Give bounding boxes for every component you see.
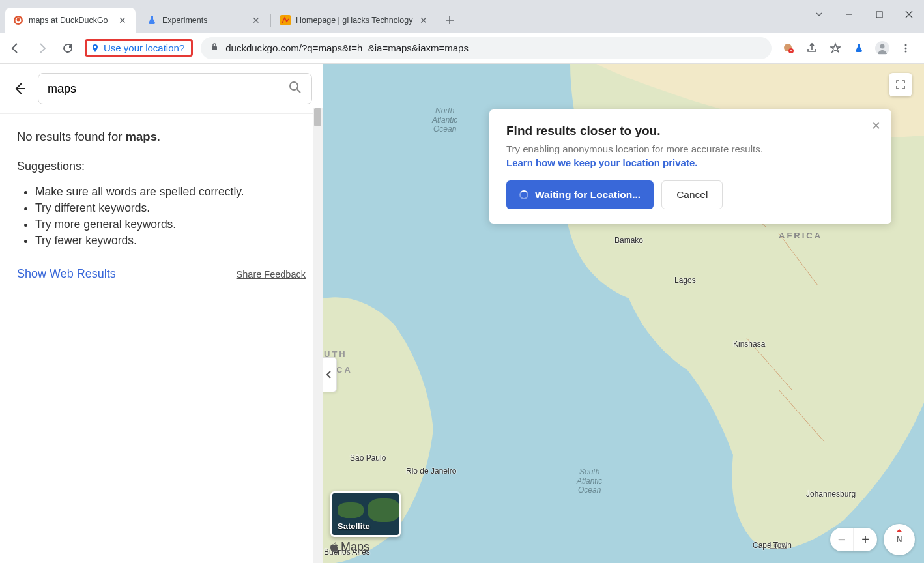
zoom-controls: − +	[830, 528, 877, 551]
address-bar[interactable]: duckduckgo.com/?q=maps&t=h_&ia=maps&iaxm…	[201, 37, 772, 59]
share-icon[interactable]	[803, 39, 821, 57]
bookmark-star-icon[interactable]	[826, 39, 845, 57]
close-icon[interactable]: ✕	[871, 119, 881, 133]
close-window-button[interactable]	[894, 4, 924, 25]
location-pin-icon	[91, 44, 100, 53]
tab-title: Homepage | gHacks Technology	[296, 16, 413, 25]
forward-button[interactable]	[30, 36, 53, 60]
location-dialog: ✕ Find results closer to you. Try enabli…	[489, 109, 891, 224]
sidebar-scrollbar[interactable]	[313, 108, 323, 563]
svg-point-2	[17, 18, 20, 22]
zoom-out-button[interactable]: −	[830, 528, 854, 551]
toolbar-actions	[774, 39, 920, 57]
fullscreen-button[interactable]	[889, 73, 912, 96]
suggestion-item: Try more general keywords.	[35, 218, 306, 231]
zoom-in-button[interactable]: +	[854, 528, 877, 551]
search-icon[interactable]	[288, 80, 302, 97]
satellite-label: Satellite	[338, 521, 370, 531]
compass-button[interactable]: N	[884, 524, 915, 555]
flask-icon	[147, 15, 157, 25]
lock-icon	[210, 42, 219, 54]
chevron-down-icon[interactable]	[804, 4, 834, 25]
new-tab-button[interactable]	[440, 11, 459, 29]
svg-point-5	[94, 46, 96, 48]
results-back-button[interactable]	[10, 79, 29, 98]
duckduckgo-icon	[13, 15, 23, 25]
close-icon[interactable]: ✕	[251, 15, 261, 25]
maximize-button[interactable]	[864, 4, 894, 25]
tab-title: maps at DuckDuckGo	[29, 16, 112, 25]
dialog-learn-more-link[interactable]: Learn how we keep your location private.	[506, 157, 697, 168]
tab-ghacks[interactable]: Homepage | gHacks Technology ✕	[272, 8, 437, 33]
scrollbar-thumb[interactable]	[314, 108, 321, 126]
svg-point-13	[905, 50, 907, 52]
ghacks-icon	[280, 15, 291, 25]
close-icon[interactable]: ✕	[117, 15, 128, 25]
cookie-blocked-icon[interactable]	[779, 39, 798, 57]
apple-icon	[329, 541, 339, 553]
close-icon[interactable]: ✕	[418, 15, 429, 25]
tab-maps[interactable]: maps at DuckDuckGo ✕	[5, 8, 136, 33]
dialog-title: Find results closer to you.	[506, 124, 874, 138]
use-location-label: Use your location?	[104, 42, 184, 53]
svg-point-14	[290, 82, 298, 90]
results-actions: Show Web Results Share Feedback	[17, 267, 306, 281]
suggestion-item: Try different keywords.	[35, 201, 306, 215]
use-location-prompt[interactable]: Use your location?	[85, 39, 193, 57]
suggestions-list: Make sure all words are spelled correctl…	[17, 185, 306, 248]
results-sidebar: No results found for maps. Suggestions: …	[0, 64, 323, 563]
apple-maps-attribution: Maps	[329, 540, 369, 554]
no-results-text: No results found for maps.	[17, 130, 306, 144]
window-controls	[804, 4, 924, 25]
suggestions-heading: Suggestions:	[17, 160, 306, 173]
menu-icon[interactable]	[897, 39, 915, 57]
legal-link[interactable]: Legal	[770, 541, 787, 549]
tab-separator	[270, 14, 271, 27]
show-web-results-link[interactable]: Show Web Results	[17, 267, 116, 281]
svg-point-12	[905, 47, 907, 49]
collapse-sidebar-button[interactable]	[323, 357, 337, 392]
svg-rect-6	[212, 46, 217, 50]
search-input[interactable]	[48, 82, 288, 96]
map-canvas[interactable]: North Atlantic Ocean South Atlantic Ocea…	[323, 64, 924, 563]
search-row	[0, 64, 323, 114]
svg-point-10	[880, 44, 885, 48]
suggestion-item: Try fewer keywords.	[35, 234, 306, 248]
tab-separator	[137, 14, 137, 27]
back-button[interactable]	[4, 36, 27, 60]
reload-button[interactable]	[56, 36, 79, 60]
tab-experiments[interactable]: Experiments ✕	[139, 8, 269, 33]
results-panel: No results found for maps. Suggestions: …	[0, 114, 323, 296]
page-content: No results found for maps. Suggestions: …	[0, 64, 924, 563]
url-text: duckduckgo.com/?q=maps&t=h_&ia=maps&iaxm…	[225, 42, 469, 53]
svg-point-11	[905, 44, 907, 46]
svg-rect-4	[876, 12, 882, 18]
svg-rect-3	[280, 15, 291, 25]
cancel-button[interactable]: Cancel	[661, 180, 723, 209]
minimize-button[interactable]	[834, 4, 864, 25]
spinner-icon	[519, 190, 528, 199]
share-feedback-link[interactable]: Share Feedback	[237, 269, 306, 280]
extensions-flask-icon[interactable]	[850, 39, 868, 57]
suggestion-item: Make sure all words are spelled correctl…	[35, 185, 306, 199]
tab-title: Experiments	[162, 16, 246, 25]
satellite-toggle[interactable]: Satellite	[330, 491, 401, 537]
dialog-body: Try enabling anonymous location for more…	[506, 143, 874, 154]
search-box[interactable]	[38, 73, 312, 104]
browser-toolbar: Use your location? duckduckgo.com/?q=map…	[0, 33, 924, 64]
profile-avatar[interactable]	[873, 39, 891, 57]
enable-location-button[interactable]: Waiting for Location...	[506, 180, 654, 209]
browser-tabstrip: maps at DuckDuckGo ✕ Experiments ✕ Homep…	[0, 0, 924, 33]
